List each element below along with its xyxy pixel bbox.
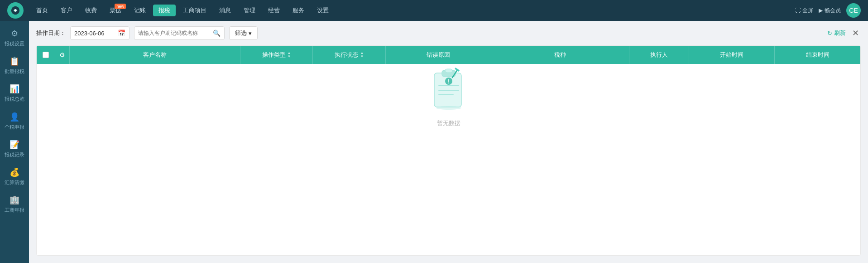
nav-item-工商项目[interactable]: 工商项目: [177, 5, 212, 16]
sidebar-icon-5: 💰: [9, 167, 20, 178]
header-checkbox[interactable]: [37, 52, 55, 58]
sidebar-label-4: 报税记录: [5, 152, 24, 158]
sidebar-label-5: 汇算清缴: [5, 180, 24, 185]
checkbox-inner[interactable]: [43, 52, 49, 58]
nav-item-首页[interactable]: 首页: [31, 5, 53, 16]
close-button[interactable]: ✕: [850, 28, 861, 38]
svg-point-13: [436, 106, 461, 110]
top-nav: 首页客户收费票据new记账报税工商项目消息管理经营服务设置 ⛶ 全屏 ▶ 畅会员…: [0, 0, 868, 21]
col-error: 错误原因: [385, 46, 491, 64]
search-input[interactable]: [138, 30, 210, 36]
sidebar: ⚙ 报税设置 📋 批量报税 📊 报税总览 👤 个税申报 📝 报税记录 💰 汇算清…: [0, 21, 29, 263]
sidebar-icon-4: 📝: [9, 139, 20, 150]
search-button[interactable]: 🔍: [213, 29, 221, 37]
date-input-wrap: 📅: [70, 26, 129, 40]
refresh-button[interactable]: ↻ 刷新: [827, 29, 846, 37]
sidebar-icon-3: 👤: [9, 112, 20, 122]
sidebar-item-2[interactable]: 📊 报税总览: [1, 80, 28, 106]
sidebar-icon-2: 📊: [9, 83, 20, 94]
sidebar-icon-1: 📋: [9, 56, 20, 67]
member-button[interactable]: ▶ 畅会员: [819, 7, 841, 15]
filter-button[interactable]: 筛选 ▾: [229, 26, 258, 40]
table-area: ⚙ 客户名称 操作类型 ▲▼ 执行状态 ▲▼ 错误原因 税种: [36, 45, 861, 256]
sidebar-label-6: 工商年报: [5, 207, 24, 213]
table-header: ⚙ 客户名称 操作类型 ▲▼ 执行状态 ▲▼ 错误原因 税种: [37, 46, 860, 64]
nav-item-票据[interactable]: 票据new: [104, 5, 127, 16]
sort-optype-icon: ▲▼: [288, 51, 291, 58]
sidebar-item-1[interactable]: 📋 批量报税: [1, 52, 28, 78]
sidebar-label-2: 报税总览: [5, 96, 24, 102]
svg-rect-4: [445, 69, 452, 73]
table-scroll: ! 暂无数据: [37, 64, 860, 255]
chevron-down-icon: ▾: [249, 30, 252, 37]
calendar-icon: 📅: [118, 29, 125, 37]
sidebar-item-4[interactable]: 📝 报税记录: [1, 136, 28, 161]
nav-item-记账[interactable]: 记账: [129, 5, 151, 16]
header-gear[interactable]: ⚙: [55, 51, 69, 58]
layout: ⚙ 报税设置 📋 批量报税 📊 报税总览 👤 个税申报 📝 报税记录 💰 汇算清…: [0, 21, 868, 263]
main-content: 操作日期： 📅 🔍 筛选 ▾ ↻ 刷新 ✕: [29, 21, 868, 263]
nav-item-报税[interactable]: 报税: [153, 5, 176, 16]
nav-badge: new: [115, 4, 126, 9]
sidebar-item-6[interactable]: 🏢 工商年报: [1, 191, 28, 217]
sort-execstatus-icon: ▲▼: [360, 51, 364, 58]
sidebar-icon-6: 🏢: [9, 195, 20, 205]
empty-text: 暂无数据: [437, 119, 460, 127]
fullscreen-button[interactable]: ⛶ 全屏: [795, 7, 813, 15]
logo[interactable]: [7, 2, 24, 19]
refresh-icon: ↻: [827, 30, 832, 37]
date-label: 操作日期：: [36, 29, 66, 37]
col-customer: 客户名称: [69, 46, 240, 64]
sidebar-label-3: 个税申报: [5, 124, 24, 130]
nav-item-管理[interactable]: 管理: [238, 5, 261, 16]
col-executor: 执行人: [629, 46, 689, 64]
col-endtime: 结束时间: [774, 46, 860, 64]
nav-item-服务[interactable]: 服务: [287, 5, 310, 16]
svg-text:!: !: [448, 78, 450, 85]
sidebar-label-0: 报税设置: [5, 41, 24, 47]
col-optype: 操作类型 ▲▼: [240, 46, 313, 64]
search-wrap: 🔍: [134, 26, 225, 40]
nav-item-消息[interactable]: 消息: [214, 5, 236, 16]
sidebar-icon-0: ⚙: [9, 28, 20, 39]
nav-item-客户[interactable]: 客户: [55, 5, 78, 16]
nav-right: ⛶ 全屏 ▶ 畅会员 CE: [795, 3, 861, 18]
sidebar-item-0[interactable]: ⚙ 报税设置: [1, 24, 28, 50]
toolbar: 操作日期： 📅 🔍 筛选 ▾ ↻ 刷新 ✕: [29, 21, 868, 45]
nav-menu: 首页客户收费票据new记账报税工商项目消息管理经营服务设置: [31, 5, 795, 16]
nav-item-设置[interactable]: 设置: [312, 5, 334, 16]
nav-item-经营[interactable]: 经营: [263, 5, 285, 16]
date-input[interactable]: [74, 30, 115, 37]
col-execstatus: 执行状态 ▲▼: [312, 46, 385, 64]
fullscreen-icon: ⛶: [795, 7, 801, 14]
empty-state: ! 暂无数据: [37, 64, 860, 127]
member-icon: ▶: [819, 7, 823, 14]
col-starttime: 开始时间: [689, 46, 775, 64]
empty-illustration: !: [426, 64, 471, 114]
svg-point-1: [14, 9, 17, 12]
col-taxtype: 税种: [491, 46, 629, 64]
nav-item-收费[interactable]: 收费: [80, 5, 102, 16]
avatar[interactable]: CE: [846, 3, 861, 18]
sidebar-label-1: 批量报税: [5, 68, 24, 74]
sidebar-item-3[interactable]: 👤 个税申报: [1, 108, 28, 134]
sidebar-item-5[interactable]: 💰 汇算清缴: [1, 163, 28, 189]
